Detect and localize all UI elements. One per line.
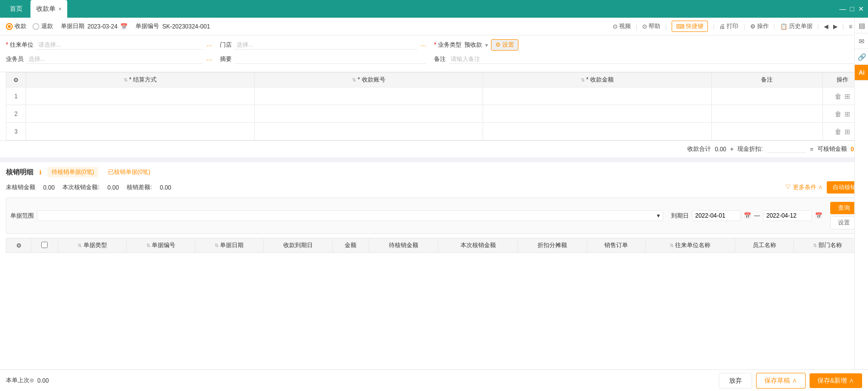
tab-home[interactable]: 首页 bbox=[4, 0, 28, 18]
abandon-button[interactable]: 放弃 bbox=[719, 373, 752, 389]
row-1-settlement[interactable] bbox=[26, 87, 255, 105]
filter-actions: 查询 设置 bbox=[830, 202, 858, 229]
row-3-settlement[interactable] bbox=[26, 123, 255, 140]
date-label: 单据日期 bbox=[61, 22, 84, 30]
calendar-icon[interactable]: 📅 bbox=[120, 23, 128, 30]
row-1-amount[interactable] bbox=[483, 87, 712, 105]
more-conditions-btn[interactable]: ▽ 更多条件 ∧ bbox=[785, 183, 823, 192]
date-from-calendar-icon[interactable]: 📅 bbox=[744, 212, 751, 219]
tab-done[interactable]: 已核销单据(0笔) bbox=[104, 167, 155, 177]
radio-refund[interactable]: 退款 bbox=[32, 22, 53, 30]
gear-header[interactable]: ⚙ bbox=[6, 73, 26, 87]
discount-input[interactable] bbox=[767, 145, 806, 153]
remark-label: 备注 bbox=[434, 55, 446, 63]
tab-active[interactable]: 收款单 × bbox=[30, 0, 67, 18]
nav-next-btn[interactable]: ▶ bbox=[833, 23, 838, 30]
row-1-copy-btn[interactable]: ⊞ bbox=[844, 92, 850, 100]
history-btn[interactable]: 📋 历史单据 bbox=[780, 22, 813, 30]
vcol-counterpart: ⇅ 往来单位名称 bbox=[645, 238, 735, 253]
number-value[interactable]: SK-20230324-001 bbox=[162, 23, 210, 30]
tab-pending[interactable]: 待核销单据(0笔) bbox=[48, 167, 98, 177]
row-1-account[interactable] bbox=[254, 87, 483, 105]
draft-button[interactable]: 保存草稿 ∧ bbox=[756, 373, 806, 389]
remark-input[interactable] bbox=[449, 55, 862, 64]
required-star: * bbox=[6, 41, 8, 48]
row-2-settlement[interactable] bbox=[26, 105, 255, 123]
sidebar-btn-2[interactable]: ✉ bbox=[855, 33, 868, 49]
help-btn[interactable]: ⊙ 帮助 bbox=[642, 22, 660, 30]
tab-close-icon[interactable]: × bbox=[58, 6, 61, 12]
row-3-delete-btn[interactable]: 🗑 bbox=[835, 128, 841, 136]
biz-type-value[interactable]: 预收款 bbox=[464, 41, 482, 49]
query-btn[interactable]: 查询 bbox=[830, 202, 858, 214]
print-btn[interactable]: 🖨 打印 bbox=[719, 22, 738, 30]
row-2-amount[interactable] bbox=[483, 105, 712, 123]
radio-receive-label: 收款 bbox=[15, 22, 27, 30]
sidebar-btn-3[interactable]: 🔗 bbox=[855, 49, 868, 65]
diff-label: 核销差额: bbox=[127, 183, 152, 192]
operate-icon: ⚙ bbox=[750, 23, 756, 30]
number-label: 单据编号 bbox=[136, 22, 159, 30]
bottom-bar: 本单上次⊙ 0.00 放弃 保存草稿 ∧ 保存&新增 ∧ bbox=[0, 369, 868, 391]
date-range: 到期日 📅 — 📅 bbox=[671, 210, 822, 221]
date-to-calendar-icon[interactable]: 📅 bbox=[815, 212, 822, 219]
sidebar-btn-4[interactable]: Ai bbox=[855, 65, 868, 81]
row-2-copy-btn[interactable]: ⊞ bbox=[844, 110, 850, 118]
window-minus-icon[interactable]: — bbox=[840, 5, 846, 13]
number-field: 单据编号 SK-20230324-001 bbox=[136, 22, 210, 30]
settings-button[interactable]: ⚙ 设置 bbox=[491, 39, 518, 51]
window-resize-icon[interactable]: □ bbox=[850, 5, 854, 13]
range-field: 单据范围 ▾ bbox=[10, 210, 663, 221]
window-close-icon[interactable]: ✕ bbox=[858, 5, 864, 13]
select-all-checkbox[interactable] bbox=[41, 242, 48, 248]
min-label: 本单上次⊙ bbox=[6, 376, 34, 385]
verify-info-icon[interactable]: ℹ bbox=[39, 169, 42, 176]
store-input[interactable] bbox=[235, 40, 417, 50]
row-1-delete-btn[interactable]: 🗑 bbox=[835, 92, 841, 100]
radio-receive[interactable]: 收款 bbox=[6, 22, 27, 30]
unchecked-label: 未核销金额 bbox=[6, 183, 35, 192]
vcol-current: 本次核销金额 bbox=[438, 238, 517, 253]
row-2-delete-btn[interactable]: 🗑 bbox=[835, 110, 841, 118]
radio-group: 收款 退款 bbox=[6, 22, 53, 30]
row-1-remark[interactable] bbox=[711, 87, 822, 105]
equals-sign: = bbox=[810, 146, 814, 153]
row-3-amount[interactable] bbox=[483, 123, 712, 140]
staff-field: 业务员 ··· bbox=[6, 55, 212, 64]
staff-input[interactable] bbox=[27, 55, 203, 64]
tab-bar: 首页 收款单 × — □ ✕ bbox=[0, 0, 868, 18]
range-select[interactable]: ▾ bbox=[37, 210, 663, 221]
date-value[interactable]: 2023-03-24 bbox=[87, 23, 117, 30]
biz-type-arrow-icon[interactable]: ▾ bbox=[485, 42, 488, 49]
nav-prev-btn[interactable]: ◀ bbox=[824, 23, 828, 30]
counterpart-more-icon[interactable]: ··· bbox=[206, 41, 212, 49]
video-btn[interactable]: ⊙ 视频 bbox=[613, 22, 631, 30]
list-view-btn[interactable]: ≡ bbox=[849, 23, 852, 30]
verify-section: 核销明细 ℹ 待核销单据(0笔) 已核销单据(0笔) 未核销金额 0.00 本次… bbox=[0, 162, 868, 258]
date-to-input[interactable] bbox=[763, 210, 812, 221]
date-from-input[interactable] bbox=[692, 210, 741, 221]
discount-label: 现金折扣: bbox=[737, 145, 762, 153]
shortcut-btn[interactable]: ⌨ 快捷键 bbox=[672, 21, 708, 32]
row-3-account[interactable] bbox=[254, 123, 483, 140]
counterpart-input[interactable] bbox=[36, 40, 203, 50]
sidebar-btn-1[interactable]: ▤ bbox=[855, 18, 868, 33]
vcol-checkbox[interactable] bbox=[31, 238, 58, 253]
store-more-icon[interactable]: ··· bbox=[420, 41, 426, 49]
save-new-button[interactable]: 保存&新增 ∧ bbox=[810, 373, 862, 388]
operate-btn[interactable]: ⚙ 操作 bbox=[750, 22, 769, 30]
range-label: 单据范围 bbox=[10, 212, 34, 220]
vcol-gear[interactable]: ⚙ bbox=[6, 238, 31, 253]
biz-type-label: * 业务类型 bbox=[434, 41, 461, 49]
filter-settings-btn[interactable]: 设置 bbox=[830, 216, 858, 229]
row-2-remark[interactable] bbox=[711, 105, 822, 123]
row-2-account[interactable] bbox=[254, 105, 483, 123]
staff-more-icon[interactable]: ··· bbox=[206, 56, 212, 63]
row-3-copy-btn[interactable]: ⊞ bbox=[844, 128, 850, 136]
row-3-remark[interactable] bbox=[711, 123, 822, 140]
memo-input[interactable] bbox=[235, 55, 426, 64]
memo-label: 摘要 bbox=[220, 55, 232, 63]
verify-stats: 未核销金额 0.00 本次核销金额: 0.00 核销差额: 0.00 ▽ 更多条… bbox=[6, 181, 862, 194]
date-field: 单据日期 2023-03-24 📅 bbox=[61, 22, 128, 30]
verify-title: 核销明细 bbox=[6, 168, 33, 177]
